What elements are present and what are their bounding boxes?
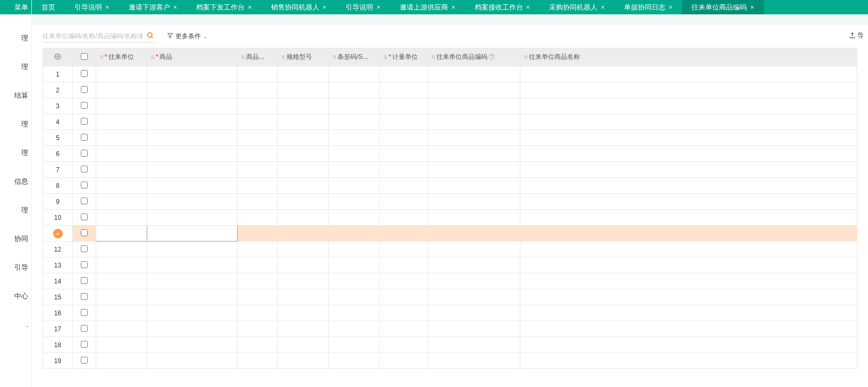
close-icon[interactable]: × [376,4,381,11]
cell[interactable] [96,305,147,321]
cell[interactable] [147,305,238,321]
cell[interactable] [520,66,857,82]
cell[interactable] [147,337,238,353]
table-row[interactable]: 3 [43,98,857,114]
row-checkbox[interactable] [81,261,88,268]
cell[interactable] [278,98,329,114]
cell[interactable] [96,257,147,273]
cell[interactable] [520,226,857,242]
cell[interactable] [147,178,238,194]
cell[interactable] [96,66,147,82]
sidebar-item[interactable]: 理 [0,27,31,49]
cell[interactable] [278,242,329,257]
cell[interactable] [428,98,520,114]
cell[interactable] [329,114,380,130]
cell[interactable] [238,337,278,353]
cell[interactable] [238,321,278,337]
cell[interactable] [520,210,857,226]
cell[interactable] [329,66,380,82]
cell[interactable] [428,353,520,369]
cell[interactable] [520,273,857,289]
cell[interactable] [147,162,238,178]
cell[interactable] [380,82,428,98]
cell[interactable] [428,226,520,242]
sidebar-item[interactable]: 理 [0,113,31,135]
cell[interactable] [520,289,857,305]
table-row[interactable]: 17 [43,321,857,337]
table-row[interactable]: 2 [43,82,857,98]
row-checkbox[interactable] [81,229,88,236]
cell[interactable] [278,353,329,369]
header-settings[interactable] [43,48,73,66]
cell[interactable] [380,210,428,226]
cell[interactable] [278,146,329,162]
cell[interactable] [278,162,329,178]
table-row[interactable]: 4 [43,114,857,130]
close-icon[interactable]: × [248,4,252,11]
cell[interactable] [278,130,329,146]
select-all-checkbox[interactable] [81,53,88,60]
header-product-extra[interactable]: ⇅商品... [238,48,278,66]
cell[interactable] [147,194,238,210]
cell[interactable] [428,114,520,130]
cell[interactable] [238,273,278,289]
header-spec[interactable]: ⇅规格型号 [278,48,329,66]
cell[interactable] [96,162,147,178]
cell[interactable] [329,146,380,162]
cell[interactable] [238,289,278,305]
tab-邀请下游客户[interactable]: 邀请下游客户× [119,0,187,14]
cell[interactable] [329,242,380,257]
cell[interactable] [380,146,428,162]
sidebar-item[interactable]: 理 [0,56,31,78]
cell[interactable] [329,321,380,337]
row-checkbox[interactable] [81,118,88,125]
header-measure[interactable]: ⇅*计量单位 [380,48,428,66]
cell[interactable] [96,321,147,337]
cell[interactable] [329,273,380,289]
cell[interactable] [238,146,278,162]
cell[interactable] [278,305,329,321]
cell[interactable] [520,146,857,162]
cell[interactable] [278,321,329,337]
cell[interactable] [278,289,329,305]
header-unit-name[interactable]: ⇅往来单位商品名称 [520,48,857,66]
cell[interactable] [428,194,520,210]
cell[interactable] [147,273,238,289]
cell[interactable] [278,194,329,210]
cell[interactable] [96,210,147,226]
table-row[interactable]: 9 [43,194,857,210]
cell[interactable] [238,353,278,369]
row-checkbox[interactable] [81,102,88,109]
table-row[interactable]: 18 [43,337,857,353]
cell[interactable] [329,226,380,242]
cell[interactable] [428,305,520,321]
cell[interactable] [329,82,380,98]
tab-首页[interactable]: 首页 [32,0,65,14]
sidebar-item[interactable]: 引导 [0,256,31,279]
cell[interactable] [520,114,857,130]
cell[interactable] [380,242,428,257]
cell[interactable] [380,226,428,242]
cell[interactable] [96,146,147,162]
close-icon[interactable]: × [669,4,673,11]
table-row[interactable]: 8 [43,178,857,194]
cell[interactable] [147,210,238,226]
tab-销售协同机器人[interactable]: 销售协同机器人× [262,0,336,14]
cell[interactable] [428,162,520,178]
sidebar-item[interactable]: 协同 [0,228,31,250]
cell[interactable] [238,66,278,82]
cell[interactable] [329,98,380,114]
more-conditions-button[interactable]: 更多条件 ⌄ [167,32,207,41]
add-row-icon[interactable]: + [53,229,63,238]
cell[interactable] [147,353,238,369]
cell[interactable] [96,114,147,130]
cell[interactable] [329,178,380,194]
header-checkbox[interactable] [73,48,96,66]
cell[interactable] [380,194,428,210]
cell[interactable] [380,321,428,337]
cell[interactable] [96,289,147,305]
cell[interactable] [380,114,428,130]
search-input[interactable] [43,30,154,42]
table-row[interactable]: 5 [43,130,857,146]
close-icon[interactable]: × [601,4,605,11]
